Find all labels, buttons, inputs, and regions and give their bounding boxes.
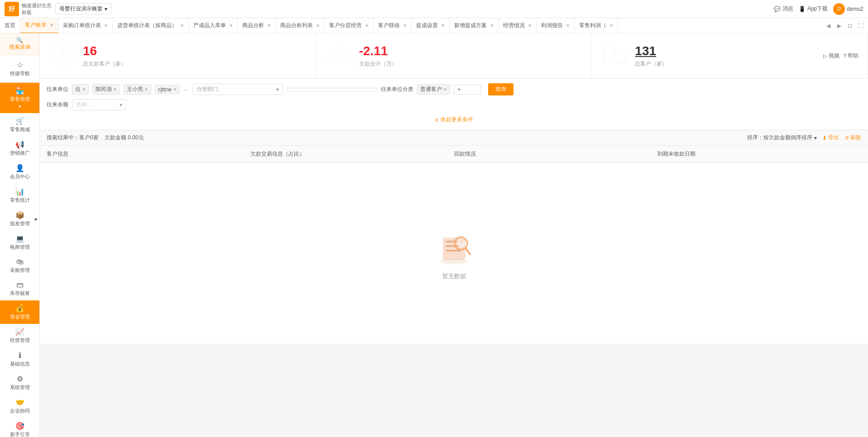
- close-tab-icon[interactable]: ✕: [609, 23, 613, 28]
- stats-icon: 📊: [15, 187, 24, 196]
- unit-type-selector[interactable]: ▾: [454, 85, 481, 95]
- close-tab-icon[interactable]: ✕: [316, 23, 320, 28]
- sidebar-item-retail-mgmt[interactable]: 🏪 零售管理 ▾: [0, 83, 39, 113]
- person-selector[interactable]: [287, 88, 377, 91]
- close-tab-icon[interactable]: ✕: [490, 23, 494, 28]
- sidebar-item-finance[interactable]: 💰 资金管理: [0, 300, 39, 324]
- content-area: ¥ 16 总欠款客户（家） ✦ -2.11 欠款合计（万）: [40, 33, 868, 437]
- sidebar-item-batch-mgmt[interactable]: 📦 批发管理 ▶: [0, 207, 39, 231]
- table-body: 暂无数据: [40, 163, 868, 344]
- video-button[interactable]: ▷ 视频: [823, 52, 839, 60]
- account-selector[interactable]: 母婴行业演示账套 ▾: [55, 3, 111, 14]
- sidebar: 🔍 搜索菜单 ☆ 快捷导航 🏪 零售管理 ▾ 🛒 零售商城 📢 营销推广 👤 会…: [0, 33, 40, 437]
- sidebar-item-quick-nav[interactable]: ☆ 快捷导航: [0, 57, 39, 81]
- system-icon: ⚙: [17, 375, 23, 383]
- app-download-button[interactable]: 📱 App下载: [799, 5, 828, 13]
- message-button[interactable]: 💬 消息: [774, 5, 793, 13]
- close-tab-icon[interactable]: ✕: [180, 23, 184, 28]
- result-bar: 搜索结果中：客户0家 欠款金额 0.00元 排序：按欠款金额倒序排序 ▾ ⬇ 导…: [40, 130, 868, 146]
- help-button[interactable]: ? 帮助: [843, 52, 858, 60]
- sidebar-item-new-guide[interactable]: 🎯 新手引导: [0, 418, 39, 437]
- remove-tag-button[interactable]: ✕: [82, 87, 86, 92]
- more-tags-button[interactable]: ···: [183, 86, 189, 93]
- sort-selector[interactable]: 排序：按欠款金额倒序排序 ▾: [747, 134, 817, 142]
- top-bar-left: 好 畅捷通好生意 标版 母婴行业演示账套 ▾: [5, 2, 111, 16]
- operations-icon: 📈: [15, 328, 24, 336]
- remove-tag-button[interactable]: ✕: [113, 87, 117, 92]
- filter-tag-unit: 伍 ✕: [72, 84, 89, 95]
- close-tab-icon[interactable]: ✕: [441, 23, 445, 28]
- sidebar-item-enterprise-coop[interactable]: 🤝 企业协同: [0, 394, 39, 418]
- remove-tag-button[interactable]: ✕: [173, 87, 177, 92]
- close-tab-icon[interactable]: ✕: [528, 23, 532, 28]
- filter-tag-unit-wangxiaoliang: 王小亮 ✕: [124, 84, 151, 95]
- marketing-icon: 📢: [15, 140, 24, 149]
- tab-profit-report[interactable]: 利润报告 ✕: [537, 18, 575, 33]
- tab-product-analysis-list[interactable]: 商品分析列表 ✕: [276, 18, 325, 33]
- tab-customer-layering[interactable]: 客户分层经营 ✕: [325, 18, 374, 33]
- tab-reminder-settings[interactable]: 提成设置 ✕: [412, 18, 450, 33]
- close-tab-icon[interactable]: ✕: [403, 23, 407, 28]
- tab-customer-capital[interactable]: 客户账本 ✕: [20, 18, 58, 33]
- tab-production-inbound[interactable]: 产成品入库单 ✕: [189, 18, 238, 33]
- tab-add-reminder[interactable]: 新增提成方案 ✕: [450, 18, 499, 33]
- tab-controls: ◀ ▶ ⊡ ⛶: [824, 21, 868, 30]
- close-tab-icon[interactable]: ✕: [267, 23, 271, 28]
- dept-selector[interactable]: 分管部门 ▾: [192, 84, 283, 95]
- close-tab-icon[interactable]: ✕: [104, 23, 108, 28]
- close-tab-icon[interactable]: ✕: [365, 23, 369, 28]
- sidebar-item-system[interactable]: ⚙ 系统管理: [0, 371, 39, 394]
- remove-unit-type-tag-button[interactable]: ✕: [443, 87, 447, 92]
- collapse-button[interactable]: ∧ 收起更多条件: [435, 116, 473, 124]
- sidebar-item-retail-mall[interactable]: 🛒 零售商城: [0, 113, 39, 137]
- sidebar-item-marketing[interactable]: 📢 营销推广: [0, 137, 39, 160]
- filter-row-2: 往来余额 选择... ▾: [47, 99, 861, 110]
- balance-selector[interactable]: 选择... ▾: [72, 99, 126, 110]
- inventory-icon: 🗃: [16, 281, 24, 289]
- svg-point-14: [458, 240, 460, 243]
- close-tab-icon[interactable]: ✕: [566, 23, 570, 28]
- sidebar-item-operations[interactable]: 📈 经营管理: [0, 324, 39, 347]
- tab-product-analysis[interactable]: 商品分析 ✕: [238, 18, 276, 33]
- sidebar-item-purchase[interactable]: 🛍 采购管理: [0, 254, 39, 277]
- help-icon: ?: [843, 53, 846, 59]
- close-tab-icon[interactable]: ✕: [50, 23, 53, 28]
- overdue-amount-icon: ✦: [325, 40, 352, 71]
- svg-rect-9: [446, 245, 459, 247]
- empty-illustration: [434, 226, 475, 267]
- svg-rect-4: [603, 45, 613, 63]
- overdue-amount-label: 欠款合计（万）: [359, 60, 397, 68]
- tab-expand-button[interactable]: ⊡: [845, 21, 854, 30]
- overdue-amount-data: -2.11 欠款合计（万）: [359, 44, 397, 68]
- phone-icon: 📱: [799, 6, 806, 12]
- tab-inbound-summary[interactable]: 进货单统计表（按商品） ✕: [113, 18, 189, 33]
- user-avatar[interactable]: D demo2: [833, 3, 863, 15]
- sort-label: 排序：按欠款金额倒序排序: [747, 134, 812, 142]
- sidebar-search[interactable]: 🔍 搜索菜单: [0, 33, 39, 55]
- sidebar-item-member-center[interactable]: 👤 会员中心: [0, 160, 39, 184]
- logo-area: 好 畅捷通好生意 标版: [5, 2, 52, 16]
- tab-retail-profit[interactable]: 零售利润（ ✕: [575, 18, 618, 33]
- unit-label: 往来单位: [47, 86, 68, 93]
- tab-customer-contact[interactable]: 客户联络 ✕: [374, 18, 412, 33]
- main-layout: 🔍 搜索菜单 ☆ 快捷导航 🏪 零售管理 ▾ 🛒 零售商城 📢 营销推广 👤 会…: [0, 33, 868, 437]
- tab-fullscreen-button[interactable]: ⛶: [856, 21, 865, 30]
- tab-operation-status[interactable]: 经营情况 ✕: [499, 18, 537, 33]
- filter-tag-unit-type: 普通客户 ✕: [417, 84, 450, 95]
- tab-next-button[interactable]: ▶: [834, 21, 844, 30]
- sidebar-item-ecommerce[interactable]: 💻 电商管理: [0, 231, 39, 254]
- tab-home[interactable]: 首页: [0, 18, 20, 33]
- chevron-down-icon: ▾: [458, 86, 460, 93]
- export-button[interactable]: ⬇ 导出: [822, 134, 839, 142]
- top-bar-right: 💬 消息 📱 App下载 D demo2: [774, 3, 863, 15]
- tab-purchase-order-summary[interactable]: 采购订单统计表 ✕: [58, 18, 113, 33]
- chevron-down-icon: ▾: [276, 86, 279, 93]
- tab-prev-button[interactable]: ◀: [824, 21, 833, 30]
- sidebar-item-inventory[interactable]: 🗃 库存核算: [0, 277, 39, 300]
- close-tab-icon[interactable]: ✕: [229, 23, 233, 28]
- query-button[interactable]: 查询: [488, 83, 513, 95]
- remove-tag-button[interactable]: ✕: [144, 87, 148, 92]
- sidebar-item-retail-stats[interactable]: 📊 零售统计: [0, 184, 39, 207]
- sidebar-item-basic-info[interactable]: ℹ 基础信息: [0, 347, 39, 371]
- refresh-button[interactable]: ↺ 刷新: [844, 134, 861, 142]
